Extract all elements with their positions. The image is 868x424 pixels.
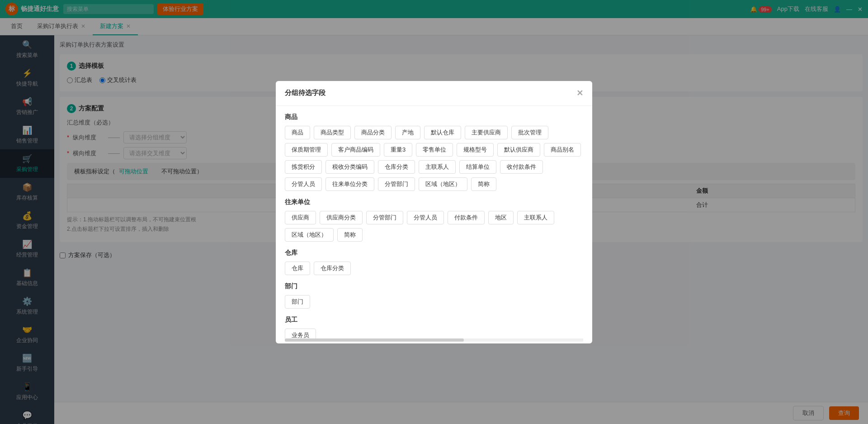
section-employee-title: 员工 [285, 316, 583, 324]
modal-horizontal-scrollbar[interactable] [285, 338, 583, 341]
tag-partner-region[interactable]: 区域（地区） [285, 228, 334, 242]
employee-field-tags: 业务员 [285, 329, 583, 339]
tag-supplier[interactable]: 供应商 [285, 211, 316, 224]
tag-short-name[interactable]: 简称 [471, 177, 496, 191]
section-employee: 员工 业务员 [285, 316, 583, 339]
tag-partner-short[interactable]: 简称 [337, 228, 363, 242]
modal: 分组待选字段 ✕ 商品 商品 商品类型 商品分类 产地 默认仓库 主要供应商 批… [276, 81, 592, 343]
modal-overlay: 分组待选字段 ✕ 商品 商品 商品类型 商品分类 产地 默认仓库 主要供应商 批… [0, 0, 868, 424]
tag-area[interactable]: 地区 [488, 211, 514, 224]
tag-partner-dept[interactable]: 分管部门 [366, 211, 403, 224]
tag-customer-code[interactable]: 客户商品编码 [331, 143, 380, 157]
tag-origin[interactable]: 产地 [395, 126, 420, 139]
tag-goods[interactable]: 商品 [285, 126, 310, 139]
tag-payment-terms[interactable]: 收付款条件 [500, 160, 543, 174]
section-partner: 往来单位 供应商 供应商分类 分管部门 分管人员 付款条件 地区 主联系人 区域… [285, 198, 583, 242]
tag-partner-supervisor[interactable]: 分管人员 [407, 211, 444, 224]
scrollbar-thumb [285, 338, 464, 341]
warehouse-field-tags: 仓库 仓库分类 [285, 262, 583, 275]
tag-dept-supervisor[interactable]: 分管部门 [378, 177, 415, 191]
tag-shelf-life[interactable]: 保质期管理 [285, 143, 328, 157]
tag-settlement-unit[interactable]: 结算单位 [459, 160, 496, 174]
tag-pick-points[interactable]: 拣货积分 [285, 160, 322, 174]
tag-supervisor[interactable]: 分管人员 [285, 177, 322, 191]
tag-goods-category[interactable]: 商品分类 [354, 126, 392, 139]
tag-default-supplier[interactable]: 默认供应商 [497, 143, 540, 157]
tag-goods-type[interactable]: 商品类型 [314, 126, 351, 139]
tag-partner-contact[interactable]: 主联系人 [517, 211, 554, 224]
modal-body: 商品 商品 商品类型 商品分类 产地 默认仓库 主要供应商 批次管理 保质期管理… [276, 106, 592, 339]
tag-warehouse-category[interactable]: 仓库分类 [378, 160, 415, 174]
goods-field-tags: 商品 商品类型 商品分类 产地 默认仓库 主要供应商 批次管理 保质期管理 客户… [285, 126, 583, 191]
tag-supplier-category[interactable]: 供应商分类 [320, 211, 363, 224]
tag-default-warehouse[interactable]: 默认仓库 [424, 126, 461, 139]
tag-dept[interactable]: 部门 [285, 295, 310, 309]
tag-weight[interactable]: 重量3 [384, 143, 412, 157]
partner-field-tags: 供应商 供应商分类 分管部门 分管人员 付款条件 地区 主联系人 区域（地区） … [285, 211, 583, 242]
tag-payment-condition[interactable]: 付款条件 [448, 211, 485, 224]
tag-partner-category[interactable]: 往来单位分类 [326, 177, 374, 191]
tag-goods-alias[interactable]: 商品别名 [544, 143, 581, 157]
section-dept: 部门 部门 [285, 282, 583, 309]
section-warehouse: 仓库 仓库 仓库分类 [285, 249, 583, 275]
section-goods-title: 商品 [285, 113, 583, 121]
tag-retail-unit[interactable]: 零售单位 [416, 143, 453, 157]
tag-warehouse-cat[interactable]: 仓库分类 [314, 262, 351, 275]
tag-main-contact[interactable]: 主联系人 [419, 160, 456, 174]
tag-salesperson[interactable]: 业务员 [285, 329, 316, 339]
modal-close-button[interactable]: ✕ [576, 88, 583, 98]
section-dept-title: 部门 [285, 282, 583, 291]
tag-spec[interactable]: 规格型号 [457, 143, 494, 157]
tag-batch-mgmt[interactable]: 批次管理 [511, 126, 548, 139]
tag-tax-code[interactable]: 税收分类编码 [326, 160, 374, 174]
section-goods: 商品 商品 商品类型 商品分类 产地 默认仓库 主要供应商 批次管理 保质期管理… [285, 113, 583, 191]
tag-warehouse[interactable]: 仓库 [285, 262, 310, 275]
tag-main-supplier[interactable]: 主要供应商 [465, 126, 508, 139]
tag-region[interactable]: 区域（地区） [419, 177, 467, 191]
dept-field-tags: 部门 [285, 295, 583, 309]
section-warehouse-title: 仓库 [285, 249, 583, 257]
modal-header: 分组待选字段 ✕ [276, 81, 592, 106]
section-partner-title: 往来单位 [285, 198, 583, 206]
modal-title: 分组待选字段 [285, 89, 326, 97]
